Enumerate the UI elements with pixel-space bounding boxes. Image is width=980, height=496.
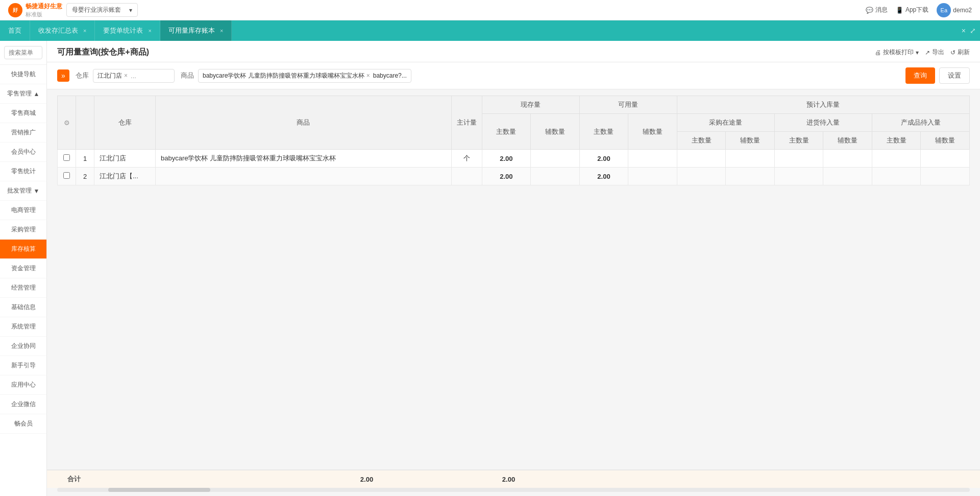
tab-order-stats[interactable]: 要货单统计表 × [95,20,160,41]
page-actions: 🖨 按模板打印 ▾ ↗ 导出 ↺ 刷新 [875,48,970,57]
logo-icon: 好 [8,3,22,17]
th-planned-inbound: 预计入库量 [677,96,969,114]
sidebar-item-marketing[interactable]: 营销推广 [0,123,46,143]
page-header: 可用量查询(按仓库+商品) 🖨 按模板打印 ▾ ↗ 导出 ↺ 刷新 [47,41,980,62]
cell-incoming-pending-aux [823,168,872,185]
template-print-button[interactable]: 🖨 按模板打印 ▾ [875,48,919,57]
filter-expand-button[interactable]: » [57,69,69,82]
tab-home[interactable]: 首页 [0,20,30,41]
cell-checkbox[interactable] [58,150,76,168]
cell-production-pending-aux [921,168,970,185]
close-window-button[interactable]: × [962,27,966,35]
cell-purchase-transit-aux [726,150,775,168]
warehouse-filter-label: 仓库 [76,71,89,80]
close-tab-inventory-ledger[interactable]: × [220,28,223,34]
export-button[interactable]: ↗ 导出 [925,48,944,57]
sidebar-search-area [0,41,46,65]
cell-incoming-pending-aux [823,150,872,168]
warehouse-tag: 江北门店 × [97,72,128,80]
sidebar-item-enterprise-wechat[interactable]: 企业微信 [0,395,46,414]
cell-available-aux [628,150,677,168]
th-unit: 主计量 [451,96,482,150]
message-action[interactable]: 💬 消息 [866,6,888,14]
nav-tabs: 首页 收发存汇总表 × 要货单统计表 × 可用量库存账本 × × ⤢ [0,20,980,41]
scrollbar-thumb[interactable] [108,488,210,492]
footer-values: 2.00 2.00 [118,476,970,483]
product-tag-2: babycare?... [373,72,407,79]
th-available: 可用量 [579,96,677,114]
warehouse-filter-input[interactable]: 江北门店 × ... [93,69,175,83]
remove-product-tag-1[interactable]: × [366,72,370,79]
product-tag-1: babycare学饮杯 儿童防摔防撞吸管杯重力球吸嘴杯宝宝水杯 × [203,72,370,80]
tab-receive-send[interactable]: 收发存汇总表 × [30,20,95,41]
search-input[interactable] [4,46,42,59]
arrow-icon: ▲ [34,90,40,98]
sidebar-item-purchase-mgmt[interactable]: 采购管理 [0,220,46,240]
sidebar-item-system-mgmt[interactable]: 系统管理 [0,317,46,337]
sidebar-item-enterprise-collab[interactable]: 企业协同 [0,337,46,356]
product-filter-label: 商品 [181,71,194,80]
horizontal-scrollbar[interactable] [57,488,970,492]
th-no [76,96,94,150]
product-filter-input[interactable]: babycare学饮杯 儿童防摔防撞吸管杯重力球吸嘴杯宝宝水杯 × babyca… [198,69,411,83]
template-label: 标准版 [26,11,62,18]
print-icon: 🖨 [875,49,881,56]
footer-available-main-total: 2.00 [473,476,544,483]
cell-incoming-pending-main [774,150,823,168]
top-bar: 好 畅捷通好生意 标准版 母婴行业演示账套 ▾ 💬 消息 📱 App下载 Ea … [0,0,980,20]
sidebar-item-operations-mgmt[interactable]: 经营管理 [0,278,46,298]
th-settings[interactable]: ⚙ [58,96,76,150]
close-tab-order-stats[interactable]: × [148,28,151,34]
sidebar-item-quick-nav[interactable]: 快捷导航 [0,65,46,84]
th-production-pending-aux: 辅数量 [921,132,970,150]
sidebar: 快捷导航 零售管理 ▲ 零售商城 营销推广 会员中心 零售统计 批发管理 ▼ 电… [0,41,47,496]
logo-area: 好 畅捷通好生意 标准版 [8,2,62,18]
th-purchase-transit: 采购在途量 [677,114,774,132]
sidebar-item-new-guide[interactable]: 新手引导 [0,356,46,375]
user-profile[interactable]: Ea demo2 [937,3,972,17]
cell-available-main: 2.00 [579,150,628,168]
industry-selector[interactable]: 母婴行业演示账套 ▾ [66,3,138,17]
cell-warehouse: 江北门店【... [94,168,156,185]
sidebar-item-basic-info[interactable]: 基础信息 [0,298,46,317]
cell-product: babycare学饮杯 儿童防摔防撞吸管杯重力球吸嘴杯宝宝水杯 [156,150,452,168]
logo-text: 畅捷通好生意 标准版 [26,2,62,18]
close-tab-receive-send[interactable]: × [83,28,86,34]
sidebar-item-retail-mgmt[interactable]: 零售管理 ▲ [0,84,46,104]
tab-inventory-ledger[interactable]: 可用量库存账本 × [160,20,232,41]
table-row: 2 江北门店【... 2.00 2.00 [58,168,970,185]
sidebar-item-inventory-check[interactable]: 库存核算 [0,240,46,259]
th-production-pending-main: 主数量 [872,132,921,150]
column-settings-icon[interactable]: ⚙ [64,119,70,127]
sidebar-item-retail-mall[interactable]: 零售商城 [0,104,46,123]
th-incoming-pending: 进货待入量 [774,114,872,132]
sidebar-item-ecom-mgmt[interactable]: 电商管理 [0,201,46,220]
query-button[interactable]: 查询 [905,67,935,84]
remove-warehouse-tag[interactable]: × [124,72,128,79]
sidebar-item-retail-stats[interactable]: 零售统计 [0,162,46,181]
cell-stock-aux [531,168,580,185]
th-available-aux: 辅数量 [628,114,677,150]
cell-stock-aux [531,150,580,168]
settings-button[interactable]: 设置 [939,67,970,84]
sidebar-item-app-center[interactable]: 应用中心 [0,375,46,395]
refresh-button[interactable]: ↺ 刷新 [950,48,970,57]
page-title: 可用量查询(按仓库+商品) [57,47,149,58]
table-body: 1 江北门店 babycare学饮杯 儿童防摔防撞吸管杯重力球吸嘴杯宝宝水杯 个… [58,150,970,185]
cell-stock-main: 2.00 [482,150,531,168]
sidebar-item-finance-mgmt[interactable]: 资金管理 [0,259,46,278]
inventory-table: ⚙ 仓库 商品 主计量 现存量 可用量 预计入库量 主数量 辅数量 主数量 [57,96,970,185]
sidebar-item-member-center[interactable]: 会员中心 [0,143,46,162]
sidebar-item-member[interactable]: 畅会员 [0,414,46,434]
app-download-action[interactable]: 📱 App下载 [896,6,928,14]
cell-stock-main: 2.00 [482,168,531,185]
footer-label: 合计 [57,475,118,484]
cell-no: 2 [76,168,94,185]
sidebar-item-wholesale-mgmt[interactable]: 批发管理 ▼ [0,181,46,201]
message-icon: 💬 [866,7,873,14]
warehouse-more-button[interactable]: ... [131,72,136,80]
th-stock-aux: 辅数量 [531,114,580,150]
main-layout: 快捷导航 零售管理 ▲ 零售商城 营销推广 会员中心 零售统计 批发管理 ▼ 电… [0,41,980,496]
cell-checkbox[interactable] [58,168,76,185]
expand-window-button[interactable]: ⤢ [970,27,976,35]
